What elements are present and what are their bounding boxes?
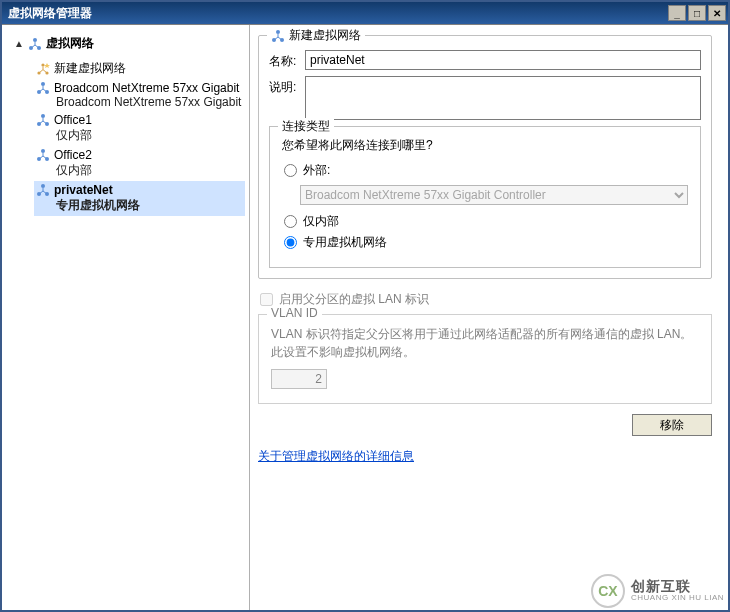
tree-item-sub: 仅内部 (36, 127, 243, 144)
window-frame: 虚拟网络管理器 _ □ ✕ ▲ 虚拟网络 新建虚拟网络 (0, 0, 730, 612)
tree-list: 新建虚拟网络 Broadcom NetXtreme 57xx Gigabit .… (14, 58, 245, 216)
connection-question: 您希望将此网络连接到哪里? (282, 137, 688, 154)
network-icon (36, 113, 50, 127)
radio-internal-input[interactable] (284, 215, 297, 228)
svg-point-19 (276, 30, 280, 34)
network-icon (36, 183, 50, 197)
close-button[interactable]: ✕ (708, 5, 726, 21)
maximize-button[interactable]: □ (688, 5, 706, 21)
vlan-enable-checkbox: 启用父分区的虚拟 LAN 标识 (260, 291, 712, 308)
group-legend: 新建虚拟网络 (267, 27, 365, 44)
network-icon (271, 29, 285, 43)
radio-external-input[interactable] (284, 164, 297, 177)
svg-point-10 (41, 114, 45, 118)
connection-type-legend: 连接类型 (278, 118, 334, 135)
svg-point-0 (33, 38, 37, 42)
vlan-id-input (271, 369, 327, 389)
tree-item-new-network[interactable]: 新建虚拟网络 (34, 58, 245, 79)
titlebar: 虚拟网络管理器 _ □ ✕ (2, 2, 728, 24)
tree-item-sub: Broadcom NetXtreme 57xx Gigabit ... (36, 95, 243, 109)
name-label: 名称: (269, 50, 305, 70)
remove-row: 移除 (258, 414, 712, 436)
titlebar-title: 虚拟网络管理器 (8, 5, 666, 22)
watermark-zh: 创新互联 (631, 579, 724, 594)
left-pane: ▲ 虚拟网络 新建虚拟网络 (2, 25, 250, 610)
remove-button[interactable]: 移除 (632, 414, 712, 436)
collapse-arrow-icon: ▲ (14, 38, 24, 49)
tree-item-label: Office1 (54, 113, 92, 127)
radio-internal[interactable]: 仅内部 (284, 213, 688, 230)
name-input[interactable] (305, 50, 701, 70)
right-pane: 新建虚拟网络 名称: 说明: 连接类型 您希望将此网络连接到哪里? 外部: (250, 25, 728, 610)
network-icon (36, 81, 50, 95)
new-star-icon (36, 62, 50, 76)
help-link[interactable]: 关于管理虚拟网络的详细信息 (258, 448, 414, 465)
vlan-desc: VLAN 标识符指定父分区将用于通过此网络适配器的所有网络通信的虚拟 LAN。此… (271, 325, 699, 361)
tree-item-label: privateNet (54, 183, 113, 197)
tree-item-sub: 专用虚拟机网络 (36, 197, 243, 214)
minimize-button[interactable]: _ (668, 5, 686, 21)
tree-header[interactable]: ▲ 虚拟网络 (14, 35, 245, 52)
radio-private-input[interactable] (284, 236, 297, 249)
vlan-enable-input (260, 293, 273, 306)
radio-private[interactable]: 专用虚拟机网络 (284, 234, 688, 251)
network-properties-group: 新建虚拟网络 名称: 说明: 连接类型 您希望将此网络连接到哪里? 外部: (258, 35, 712, 279)
desc-input[interactable] (305, 76, 701, 120)
connection-type-group: 连接类型 您希望将此网络连接到哪里? 外部: Broadcom NetXtrem… (269, 126, 701, 268)
radio-private-label: 专用虚拟机网络 (303, 234, 387, 251)
tree-item-privatenet[interactable]: privateNet 专用虚拟机网络 (34, 181, 245, 216)
tree-item-office1[interactable]: Office1 仅内部 (34, 111, 245, 146)
watermark-logo: CX (591, 574, 625, 608)
svg-point-16 (41, 184, 45, 188)
watermark: CX 创新互联 CHUANG XIN HU LIAN (591, 574, 724, 608)
tree-item-label: Broadcom NetXtreme 57xx Gigabit ... (54, 81, 243, 95)
tree-item-office2[interactable]: Office2 仅内部 (34, 146, 245, 181)
desc-label: 说明: (269, 76, 305, 96)
radio-external[interactable]: 外部: (284, 162, 688, 179)
svg-point-7 (41, 82, 45, 86)
vlan-id-legend: VLAN ID (267, 306, 322, 320)
client-area: ▲ 虚拟网络 新建虚拟网络 (2, 24, 728, 610)
nic-select-wrap: Broadcom NetXtreme 57xx Gigabit Controll… (300, 185, 688, 205)
radio-internal-label: 仅内部 (303, 213, 339, 230)
name-row: 名称: (269, 50, 701, 70)
svg-point-13 (41, 149, 45, 153)
group-legend-text: 新建虚拟网络 (289, 27, 361, 44)
vlan-id-group: VLAN ID VLAN 标识符指定父分区将用于通过此网络适配器的所有网络通信的… (258, 314, 712, 404)
network-icon (28, 37, 42, 51)
watermark-text: 创新互联 CHUANG XIN HU LIAN (631, 579, 724, 603)
nic-select: Broadcom NetXtreme 57xx Gigabit Controll… (300, 185, 688, 205)
watermark-py: CHUANG XIN HU LIAN (631, 594, 724, 603)
tree-item-label: Office2 (54, 148, 92, 162)
network-icon (36, 148, 50, 162)
svg-marker-6 (44, 63, 50, 68)
desc-row: 说明: (269, 76, 701, 120)
tree-header-label: 虚拟网络 (46, 35, 94, 52)
tree-item-sub: 仅内部 (36, 162, 243, 179)
tree-item-label: 新建虚拟网络 (54, 60, 126, 77)
radio-external-label: 外部: (303, 162, 330, 179)
tree-item-broadcom[interactable]: Broadcom NetXtreme 57xx Gigabit ... Broa… (34, 79, 245, 111)
